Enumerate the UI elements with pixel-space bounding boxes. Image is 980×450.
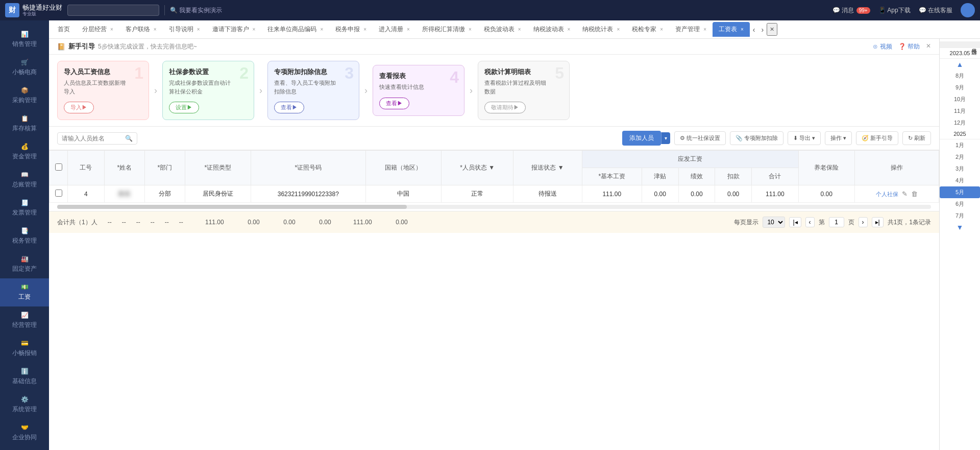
online-service-btn[interactable]: 💬 在线客服 bbox=[919, 6, 952, 15]
tab-close-tax-expert[interactable]: × bbox=[660, 27, 663, 32]
video-link[interactable]: ⊙ 视频 bbox=[873, 42, 892, 51]
tab-close-income-tax[interactable]: × bbox=[469, 27, 472, 32]
search-input[interactable] bbox=[62, 135, 123, 142]
operations-btn[interactable]: 操作 ▾ bbox=[825, 131, 852, 145]
sidebar-item-finance[interactable]: 💰资金管理 bbox=[0, 138, 49, 166]
sidebar-item-ledger[interactable]: 📖总账管理 bbox=[0, 166, 49, 194]
tab-next-btn[interactable]: › bbox=[758, 23, 767, 36]
tab-tax-expert[interactable]: 税检专家× bbox=[626, 22, 669, 37]
month-1[interactable]: 1月 bbox=[940, 139, 980, 151]
month-7[interactable]: 7月 bbox=[940, 210, 980, 222]
tab-home[interactable]: 首页 bbox=[52, 22, 76, 37]
month-11[interactable]: 11月 bbox=[940, 105, 980, 117]
add-person-dropdown-btn[interactable]: ▾ bbox=[661, 132, 670, 144]
page-next-btn[interactable]: › bbox=[859, 217, 868, 227]
sidebar-item-assets[interactable]: 🏭固定资产 bbox=[0, 250, 49, 278]
tab-close-pay-stats[interactable]: × bbox=[617, 27, 620, 32]
sidebar-item-expense[interactable]: 💳小畅报销 bbox=[0, 335, 49, 363]
month-scroll-down[interactable]: ▼ bbox=[955, 222, 965, 233]
page-first-btn[interactable]: |◂ bbox=[789, 217, 801, 227]
tab-income-tax[interactable]: 所得税汇算清缴× bbox=[416, 22, 478, 37]
step1-btn[interactable]: 导入▶ bbox=[64, 102, 94, 113]
sidebar-item-tax[interactable]: 📑税务管理 bbox=[0, 222, 49, 250]
sidebar-item-system[interactable]: ⚙️系统管理 bbox=[0, 391, 49, 419]
tab-prev-btn[interactable]: ‹ bbox=[750, 23, 758, 36]
step3-btn[interactable]: 查看▶ bbox=[274, 102, 304, 113]
per-page-select[interactable]: 10 20 50 bbox=[763, 217, 785, 228]
guide-close-btn[interactable]: ✕ bbox=[926, 42, 931, 51]
month-8[interactable]: 8月 bbox=[940, 70, 980, 82]
tab-layered[interactable]: 分层经营× bbox=[76, 22, 119, 37]
step5-btn[interactable]: 敬请期待▶ bbox=[484, 102, 526, 113]
page-input[interactable] bbox=[829, 217, 844, 227]
tab-asset-mgmt[interactable]: 资产管理× bbox=[669, 22, 713, 37]
sidebar-item-ecommerce[interactable]: 🛒小畅电商 bbox=[0, 54, 49, 82]
sidebar-item-basic[interactable]: ℹ️基础信息 bbox=[0, 363, 49, 391]
user-avatar[interactable] bbox=[961, 3, 975, 17]
tab-close-guide[interactable]: × bbox=[197, 27, 200, 32]
tab-close-all-btn[interactable]: ✕ bbox=[767, 23, 777, 36]
tab-clearance[interactable]: 进入清册× bbox=[373, 22, 416, 37]
top-search-input[interactable] bbox=[67, 5, 159, 16]
sidebar-item-management[interactable]: 📈经营管理 bbox=[0, 306, 49, 335]
month-6[interactable]: 6月 bbox=[940, 198, 980, 210]
month-9[interactable]: 9月 bbox=[940, 82, 980, 93]
step2-btn[interactable]: 设置▶ bbox=[169, 102, 199, 113]
tab-pay-fluctuation[interactable]: 纳税波动表× bbox=[527, 22, 577, 37]
sales-icon: 📊 bbox=[21, 31, 29, 38]
scrollbar-thumb[interactable] bbox=[57, 205, 407, 209]
sidebar-item-invoice[interactable]: 🧾发票管理 bbox=[0, 194, 49, 222]
tab-close-tax-fluc[interactable]: × bbox=[518, 27, 521, 32]
row-select-checkbox[interactable] bbox=[55, 190, 62, 197]
tab-salary-table[interactable]: 工资表× bbox=[713, 22, 750, 37]
month-10[interactable]: 10月 bbox=[940, 93, 980, 105]
msg-btn[interactable]: 💬 消息 99+ bbox=[832, 6, 870, 15]
tab-close-customer[interactable]: × bbox=[154, 27, 157, 32]
example-demo-link[interactable]: 🔍 我要看实例演示 bbox=[170, 6, 222, 15]
sidebar-item-guide[interactable]: 🧭新手引导 bbox=[0, 447, 49, 450]
refresh-btn[interactable]: ↻ 刷新 bbox=[902, 131, 931, 145]
month-scroll-up[interactable]: ▲ bbox=[955, 59, 965, 70]
search-icon[interactable]: 🔍 bbox=[125, 135, 133, 142]
app-download-btn[interactable]: 📱 App下载 bbox=[878, 6, 911, 15]
tab-customer[interactable]: 客户联络× bbox=[119, 22, 163, 37]
month-2[interactable]: 2月 bbox=[940, 151, 980, 163]
sidebar-item-inventory[interactable]: 📋库存核算 bbox=[0, 110, 49, 138]
month-3[interactable]: 3月 bbox=[940, 163, 980, 175]
tab-pay-stats[interactable]: 纳税统计表× bbox=[576, 22, 626, 37]
tab-close-asset[interactable]: × bbox=[703, 27, 706, 32]
select-all-checkbox[interactable] bbox=[55, 163, 62, 171]
tab-close-pay-fluc[interactable]: × bbox=[568, 27, 571, 32]
step4-btn[interactable]: 查看▶ bbox=[379, 98, 409, 109]
tab-tax-report[interactable]: 税务申报× bbox=[329, 22, 373, 37]
tab-close-invite[interactable]: × bbox=[253, 27, 256, 32]
month-5[interactable]: 5月 bbox=[940, 186, 980, 198]
add-person-btn[interactable]: 添加人员 bbox=[622, 131, 661, 146]
page-last-btn[interactable]: ▸| bbox=[872, 217, 884, 227]
horizontal-scrollbar[interactable] bbox=[57, 205, 931, 209]
sidebar-item-sales[interactable]: 📊销售管理 bbox=[0, 26, 49, 54]
sidebar-item-collab[interactable]: 🤝企业协同 bbox=[0, 419, 49, 447]
tab-guide-desc[interactable]: 引导说明× bbox=[163, 22, 206, 37]
page-prev-btn[interactable]: ‹ bbox=[805, 217, 815, 227]
tab-tax-fluctuation[interactable]: 税负波动表× bbox=[478, 22, 527, 37]
tab-close-tax-report[interactable]: × bbox=[363, 27, 366, 32]
tab-invite[interactable]: 邀请下游客户× bbox=[206, 22, 262, 37]
help-link[interactable]: ❓ 帮助 bbox=[898, 42, 920, 51]
delete-icon[interactable]: 🗑 bbox=[911, 190, 918, 198]
sidebar-item-salary[interactable]: 💵工资 bbox=[0, 278, 49, 306]
addon-btn[interactable]: 📎 专项附加扣除 bbox=[730, 131, 783, 145]
personal-insurance-link[interactable]: 个人社保 bbox=[876, 191, 898, 197]
edit-icon[interactable]: ✎ bbox=[902, 190, 908, 198]
tab-close-product[interactable]: × bbox=[320, 27, 323, 32]
guide-btn[interactable]: 🧭 新手引导 bbox=[856, 131, 898, 145]
tab-close-layered[interactable]: × bbox=[110, 27, 113, 32]
tab-product-code[interactable]: 往来单位商品编码× bbox=[261, 22, 329, 37]
month-4[interactable]: 4月 bbox=[940, 175, 980, 186]
settings-btn[interactable]: ⚙ 统一社保设置 bbox=[674, 131, 726, 145]
sidebar-item-purchase[interactable]: 📦采购管理 bbox=[0, 82, 49, 110]
tab-close-salary[interactable]: × bbox=[741, 27, 744, 32]
export-btn[interactable]: ⬇ 导出 ▾ bbox=[788, 131, 821, 145]
month-12[interactable]: 12月 bbox=[940, 117, 980, 129]
tab-close-clearance[interactable]: × bbox=[407, 27, 410, 32]
